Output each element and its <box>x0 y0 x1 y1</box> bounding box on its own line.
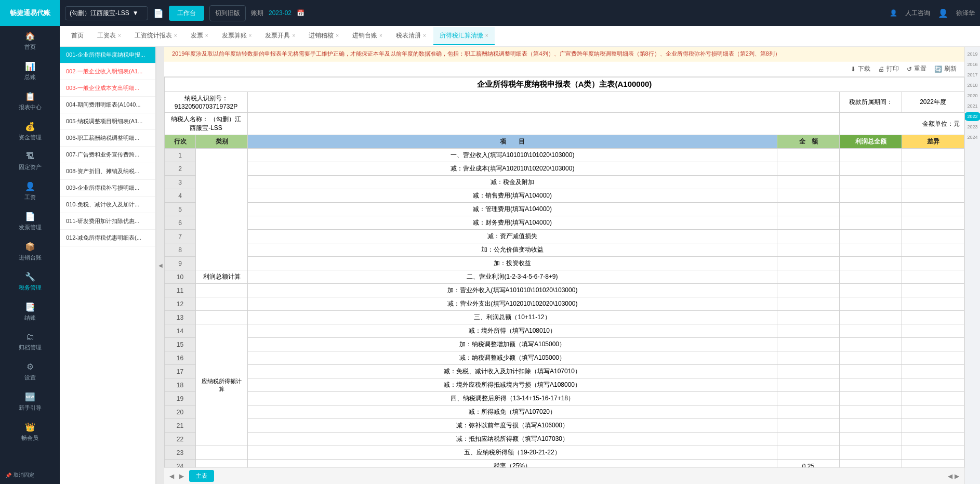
sidebar-item-invoice[interactable]: 📄 发票管理 <box>0 206 60 237</box>
val-8-profit[interactable] <box>840 243 902 257</box>
val-21-amount[interactable] <box>777 419 840 433</box>
val-18-profit[interactable] <box>840 378 902 392</box>
val-2-diff[interactable] <box>902 162 964 176</box>
timeline-year-2024[interactable]: 2024 <box>966 133 978 142</box>
switch-version-button[interactable]: 切到旧版 <box>209 5 246 21</box>
tab-tax-list[interactable]: 税表清册 × <box>390 27 432 45</box>
reset-button[interactable]: ↺ 重置 <box>907 64 926 73</box>
tab-income-tax[interactable]: 所得税汇算清缴 × <box>433 27 495 45</box>
left-panel-item-008[interactable]: 008-资产折旧、摊销及纳税... <box>60 163 155 180</box>
val-23-amount[interactable] <box>777 446 840 460</box>
val-19-profit[interactable] <box>840 392 902 405</box>
left-panel-item-007[interactable]: 007-广告费和业务宣传费跨... <box>60 147 155 163</box>
val-6-amount[interactable] <box>777 216 840 230</box>
val-5-profit[interactable] <box>840 203 902 216</box>
tab-invoice-open[interactable]: 发票开具 × <box>259 27 301 45</box>
val-20-profit[interactable] <box>840 405 902 419</box>
val-3-diff[interactable] <box>902 176 964 189</box>
val-17-diff[interactable] <box>902 365 964 378</box>
tab-invoice[interactable]: 发票 × <box>184 27 215 45</box>
val-4-amount[interactable] <box>777 189 840 203</box>
val-22-profit[interactable] <box>840 433 902 446</box>
tab-purchase-ledger[interactable]: 进销台账 × <box>346 27 389 45</box>
left-panel-item-004[interactable]: 004-期间费用明细表(A1040... <box>60 97 155 113</box>
val-10-amount[interactable] <box>777 270 840 284</box>
val-2-profit[interactable] <box>840 162 902 176</box>
table-area[interactable]: 企业所得税年度纳税申报表（A类）主表(A100000) 纳税人识别号： 9132… <box>164 77 964 467</box>
sidebar-item-tax[interactable]: 🔧 税务管理 <box>0 267 60 297</box>
left-panel-item-003[interactable]: 003-一般企业成本支出明细... <box>60 80 155 97</box>
val-4-profit[interactable] <box>840 189 902 203</box>
collapse-panel-button[interactable]: ◀ <box>156 47 164 484</box>
val-6-profit[interactable] <box>840 216 902 230</box>
nav-next-icon[interactable]: ▶ <box>179 473 184 480</box>
left-panel-item-005[interactable]: 005-纳税调整项目明细表(A1... <box>60 113 155 130</box>
sidebar-item-inventory[interactable]: 📦 进销台账 <box>0 237 60 267</box>
sidebar-item-assets[interactable]: 🏗 固定资产 <box>0 147 60 176</box>
timeline-year-2023[interactable]: 2023 <box>966 122 978 132</box>
close-icon[interactable]: × <box>379 33 382 38</box>
customer-service-icon[interactable]: 👤 <box>890 9 897 17</box>
val-13-profit[interactable] <box>840 311 902 324</box>
val-19-amount[interactable] <box>777 392 840 405</box>
close-icon[interactable]: × <box>485 33 488 38</box>
val-5-amount[interactable] <box>777 203 840 216</box>
val-1-profit[interactable] <box>840 149 902 162</box>
left-panel-item-009[interactable]: 009-企业所得税补亏损明细... <box>60 180 155 197</box>
val-15-profit[interactable] <box>840 338 902 351</box>
download-button[interactable]: ⬇ 下载 <box>851 64 870 73</box>
sidebar-item-ledger[interactable]: 📊 总账 <box>0 56 60 86</box>
val-5-diff[interactable] <box>902 203 964 216</box>
val-9-amount[interactable] <box>777 257 840 270</box>
val-7-amount[interactable] <box>777 230 840 243</box>
close-icon[interactable]: × <box>249 33 252 38</box>
company-selector[interactable]: (勾删）江西服宝-LSS ▼ <box>65 6 148 20</box>
val-7-profit[interactable] <box>840 230 902 243</box>
sidebar-item-home[interactable]: 🏠 首页 <box>0 26 60 56</box>
left-panel-item-002[interactable]: 002-一般企业收入明细表(A1... <box>60 63 155 80</box>
val-7-diff[interactable] <box>902 230 964 243</box>
val-23-profit[interactable] <box>840 446 902 460</box>
sidebar-item-archive[interactable]: 🗂 归档管理 <box>0 327 60 357</box>
val-23-diff[interactable] <box>902 446 964 460</box>
sidebar-item-settings[interactable]: ⚙ 设置 <box>0 357 60 387</box>
val-11-diff[interactable] <box>902 284 964 297</box>
left-panel-item-012[interactable]: 012-减免所得税优惠明细表(... <box>60 230 155 246</box>
val-14-amount[interactable] <box>777 324 840 338</box>
close-icon[interactable]: × <box>118 33 121 38</box>
val-20-diff[interactable] <box>902 405 964 419</box>
val-13-diff[interactable] <box>902 311 964 324</box>
val-14-profit[interactable] <box>840 324 902 338</box>
close-icon[interactable]: × <box>205 33 208 38</box>
val-22-diff[interactable] <box>902 433 964 446</box>
sidebar-item-guide[interactable]: 🆕 新手引导 <box>0 387 60 417</box>
close-icon[interactable]: × <box>292 33 295 38</box>
scroll-left-icon[interactable]: ◀ <box>948 473 952 480</box>
unpin-button[interactable]: 📌 取消固定 <box>0 466 60 484</box>
val-14-diff[interactable] <box>902 324 964 338</box>
val-16-diff[interactable] <box>902 351 964 365</box>
val-18-amount[interactable] <box>777 378 840 392</box>
sidebar-item-member[interactable]: 👑 畅会员 <box>0 417 60 447</box>
val-4-diff[interactable] <box>902 189 964 203</box>
sidebar-item-closing[interactable]: 📑 结账 <box>0 297 60 327</box>
val-6-diff[interactable] <box>902 216 964 230</box>
close-icon[interactable]: × <box>174 33 177 38</box>
val-21-diff[interactable] <box>902 419 964 433</box>
left-panel-item-001[interactable]: 001-企业所得税年度纳税申报... <box>60 47 155 63</box>
close-icon[interactable]: × <box>423 33 426 38</box>
timeline-year-2021[interactable]: 2021 <box>966 101 978 111</box>
val-24-diff[interactable] <box>902 460 964 467</box>
val-12-profit[interactable] <box>840 297 902 311</box>
timeline-year-2019[interactable]: 2019 <box>966 49 978 59</box>
workbench-button[interactable]: 工作台 <box>169 6 204 21</box>
calendar-icon[interactable]: 📅 <box>297 9 304 17</box>
left-panel-item-011[interactable]: 011-研发费用加计扣除优惠... <box>60 213 155 230</box>
sidebar-item-salary[interactable]: 👤 工资 <box>0 176 60 206</box>
val-16-amount[interactable] <box>777 351 840 365</box>
val-2-amount[interactable] <box>777 162 840 176</box>
val-8-diff[interactable] <box>902 243 964 257</box>
val-22-amount[interactable] <box>777 433 840 446</box>
timeline-year-2017[interactable]: 2017 <box>966 70 978 80</box>
val-24-amount[interactable]: 0.25 <box>777 460 840 467</box>
